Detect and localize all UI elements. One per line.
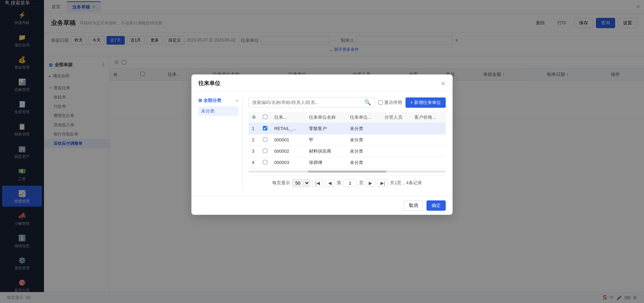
row3-num: 3 (248, 145, 259, 157)
modal-table: ⚙ 往来... 往来单位名称 往来单位... 分管人员 客户价格... 1 (248, 112, 446, 168)
page-label: 第 (337, 180, 341, 186)
show-disabled-label[interactable]: 显示停用 (378, 100, 402, 106)
row1-select[interactable] (263, 126, 267, 130)
modal-search-box: 🔍 (248, 97, 375, 107)
next-page-btn[interactable]: ▶ (366, 179, 375, 187)
add-partner-button[interactable]: + 新增往来单位 (406, 97, 446, 108)
grid2-icon: ⊞ (198, 98, 202, 103)
row2-code: 000001 (271, 134, 306, 145)
row2-manager (381, 134, 411, 145)
row4-num: 4 (248, 157, 259, 168)
modal-left-panel: ⊞ 全部分类 « 未分类 (198, 97, 243, 190)
row3-price (411, 145, 446, 157)
row4-manager (381, 157, 411, 168)
modal-close-icon[interactable]: ✕ (441, 80, 446, 88)
horizontal-scrollbar[interactable] (248, 171, 446, 173)
row2-select[interactable] (263, 137, 267, 142)
modal-left-item-uncategorized[interactable]: 未分类 (198, 106, 238, 116)
row4-checkbox (259, 157, 271, 168)
per-page-select[interactable]: 50 100 (292, 179, 310, 187)
total-info: 共1页，4条记录 (390, 180, 422, 186)
row2-num: 2 (248, 134, 259, 145)
modal-table-row[interactable]: 3 000002 材料供应商 未分类 (248, 145, 446, 157)
modal-search-icon[interactable]: 🔍 (364, 99, 371, 106)
page-unit: 页 (359, 180, 364, 186)
last-page-btn[interactable]: ▶| (377, 179, 388, 187)
modal-header: 往来单位 ✕ (191, 74, 453, 92)
mth-category: 往来单位... (346, 112, 381, 123)
mth-checkbox (259, 112, 271, 123)
row4-code: 000003 (271, 157, 306, 168)
modal-search-input[interactable] (252, 100, 362, 105)
mth-name: 往来单位名称 (306, 112, 346, 123)
mth-code: 往来... (271, 112, 306, 123)
modal-body: ⊞ 全部分类 « 未分类 🔍 显示停用 (191, 92, 453, 196)
cancel-button[interactable]: 取消 (404, 200, 423, 211)
modal-content: ⊞ 全部分类 « 未分类 🔍 显示停用 (198, 97, 446, 190)
row1-code: RETAIL_... (271, 123, 306, 134)
scrollbar-thumb (308, 171, 387, 173)
row2-name: 甲 (306, 134, 346, 145)
mth-select-all[interactable] (263, 115, 267, 119)
modal-table-header: ⚙ 往来... 往来单位名称 往来单位... 分管人员 客户价格... (248, 112, 446, 123)
row1-settings: 1 (248, 123, 259, 134)
row3-code: 000002 (271, 145, 306, 157)
collapse-left-icon[interactable]: « (236, 98, 238, 103)
mth-settings: ⚙ (248, 112, 259, 123)
partner-modal: 往来单位 ✕ ⊞ 全部分类 « 未分类 🔍 (191, 74, 453, 215)
row4-price (411, 157, 446, 168)
row4-select[interactable] (263, 160, 267, 164)
modal-table-row[interactable]: 4 000003 张师傅 未分类 (248, 157, 446, 168)
modal-right-panel: 🔍 显示停用 + 新增往来单位 ⚙ 往来... (243, 97, 446, 190)
modal-title: 往来单位 (198, 80, 220, 87)
modal-table-row[interactable]: 1 RETAIL_... 零散客户 未分类 (248, 123, 446, 134)
row1-category: 未分类 (346, 123, 381, 134)
row1-name: 零散客户 (306, 123, 346, 134)
confirm-button[interactable]: 确定 (426, 200, 446, 211)
row1-price (411, 123, 446, 134)
row3-select[interactable] (263, 149, 267, 153)
row3-category: 未分类 (346, 145, 381, 157)
row2-category: 未分类 (346, 134, 381, 145)
row4-name: 张师傅 (306, 157, 346, 168)
modal-footer: 取消 确定 (191, 196, 453, 215)
show-disabled-checkbox[interactable] (378, 100, 383, 105)
mth-price: 客户价格... (411, 112, 446, 123)
page-input[interactable] (343, 179, 357, 187)
row2-price (411, 134, 446, 145)
row4-category: 未分类 (346, 157, 381, 168)
first-page-btn[interactable]: |◀ (312, 179, 323, 187)
mth-manager: 分管人员 (381, 112, 411, 123)
modal-table-row[interactable]: 2 000001 甲 未分类 (248, 134, 446, 145)
modal-left-title: ⊞ 全部分类 « (198, 97, 238, 104)
row3-manager (381, 145, 411, 157)
row3-checkbox (259, 145, 271, 157)
row1-manager (381, 123, 411, 134)
row3-name: 材料供应商 (306, 145, 346, 157)
modal-toolbar: 🔍 显示停用 + 新增往来单位 (248, 97, 446, 108)
row1-checkbox (259, 123, 271, 134)
per-page-label: 每页显示 (272, 180, 290, 186)
modal-pagination: 每页显示 50 100 |◀ ◀ 第 页 ▶ ▶| 共1页，4条记录 (248, 175, 446, 190)
row2-checkbox (259, 134, 271, 145)
prev-page-btn[interactable]: ◀ (325, 179, 335, 187)
